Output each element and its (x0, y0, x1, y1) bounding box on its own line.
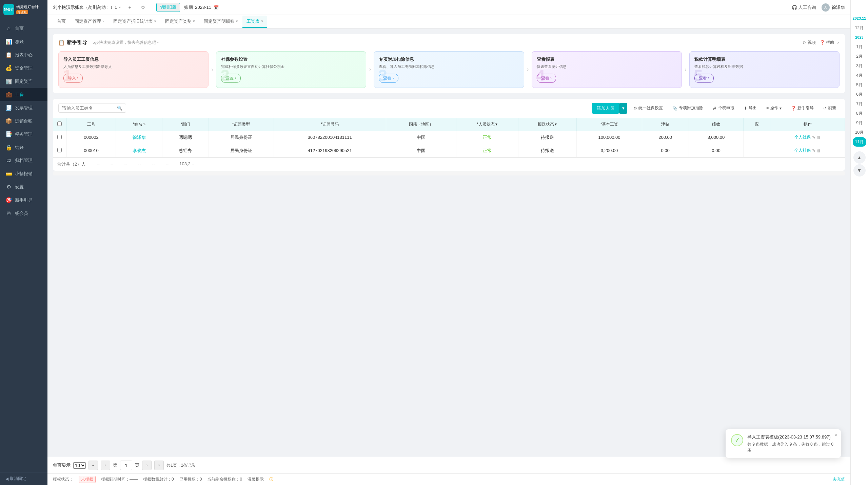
close-fixed-assets-tab[interactable]: × (102, 19, 104, 23)
performance-2: 0.00 (689, 144, 743, 157)
tab-home[interactable]: 首页 (53, 16, 70, 28)
delete-icon-2[interactable]: 🗑 (817, 148, 821, 153)
edit-icon-1[interactable]: ✎ (812, 135, 815, 140)
step-arrow-3: › (524, 66, 532, 73)
account-selector[interactable]: 刘小艳演示账套（勿删勿动！）1 ▾ (53, 4, 121, 11)
tab-depreciation[interactable]: 固定资产折旧统计表 × (109, 16, 160, 28)
sidebar-item-closing[interactable]: 🔒 结账 (0, 141, 47, 154)
month-btn-2[interactable]: 2月 (853, 52, 866, 61)
sidebar-item-general-ledger[interactable]: 📊 总账 (0, 35, 47, 48)
sidebar-item-reports[interactable]: 📋 报表中心 (0, 48, 47, 61)
sidebar-item-payroll[interactable]: 💼 工资 (0, 88, 47, 101)
newbie-guide-btn[interactable]: ❓ 新手引导 (788, 103, 817, 113)
step-title-2: 社保参数设置 (221, 56, 361, 62)
table-row: 000010 李俊杰 总经办 居民身份证 412702198206290521 … (53, 144, 845, 157)
status-filter-icon[interactable]: ▾ (495, 122, 497, 127)
month-btn-9[interactable]: 9月 (853, 118, 866, 128)
sidebar-item-funds[interactable]: 💰 资金管理 (0, 61, 47, 75)
sidebar-item-settings[interactable]: ⚙ 设置 (0, 180, 47, 193)
prev-page-btn[interactable]: ‹ (101, 461, 110, 470)
tab-fixed-assets[interactable]: 固定资产管理 × (71, 16, 108, 28)
guide-help-btn[interactable]: ❓ 帮助 (820, 40, 834, 45)
tab-asset-category[interactable]: 固定资产类别 × (161, 16, 199, 28)
used-label: 已用授权：0 (179, 477, 202, 482)
month-btn-5[interactable]: 5月 (853, 80, 866, 90)
allowance-1: 200.00 (642, 131, 689, 144)
month-btn-8[interactable]: 8月 (853, 109, 866, 118)
panel-up-btn[interactable]: ▲ (853, 151, 866, 164)
pagination-bar: 每页显示 10 20 50 « ‹ 第 页 › » 共1页，2条记录 (47, 457, 850, 473)
month-btn-6[interactable]: 6月 (853, 90, 866, 99)
cancel-fixed-btn[interactable]: ◀ 取消固定 (5, 476, 42, 482)
month-btn-10[interactable]: 10月 (853, 128, 866, 137)
month-btn-11[interactable]: 11月 (853, 137, 866, 147)
edit-icon-2[interactable]: ✎ (812, 148, 815, 153)
select-all-checkbox[interactable] (57, 122, 62, 126)
next-page-btn[interactable]: › (142, 461, 152, 470)
search-input[interactable] (62, 106, 115, 111)
month-btn-4[interactable]: 4月 (853, 71, 866, 80)
sidebar-item-newbie[interactable]: 🎯 新手引导 (0, 193, 47, 207)
user-info[interactable]: 人 徐泽华 (822, 3, 845, 12)
first-page-btn[interactable]: « (88, 461, 98, 470)
social-ins-link-2[interactable]: 个人社保 (794, 148, 811, 153)
sidebar-item-archive[interactable]: 🗂 归档管理 (0, 154, 47, 167)
close-payroll-tab[interactable]: × (261, 19, 263, 23)
export-btn[interactable]: ⬇ 导出 (741, 103, 760, 113)
tab-payroll[interactable]: 工资表 × (242, 16, 267, 28)
tab-asset-ledger[interactable]: 固定资产明细账 × (200, 16, 242, 28)
panel-down-btn[interactable]: ▼ (853, 164, 866, 176)
calendar-icon[interactable]: 📅 (213, 5, 219, 10)
sidebar-item-tax[interactable]: 📑 税务管理 (0, 128, 47, 141)
guide-close-btn[interactable]: × (837, 40, 840, 45)
row-1-checkbox[interactable] (57, 135, 62, 139)
special-deduction-btn[interactable]: 📎 专项附加扣除 (669, 103, 707, 113)
page-input[interactable] (120, 461, 132, 470)
step-number-1: 1 (63, 66, 72, 85)
close-ledger-tab[interactable]: × (236, 19, 238, 23)
guide-video-btn[interactable]: ▷ 视频 (803, 40, 816, 45)
sidebar-item-fixed-assets[interactable]: 🏢 固定资产 (0, 75, 47, 88)
add-person-dropdown-btn[interactable]: ▾ (619, 103, 627, 114)
add-person-btn[interactable]: 添加人员 (592, 103, 619, 114)
month-btn-12[interactable]: 12月 (853, 23, 866, 33)
sidebar-item-expense[interactable]: 💳 小畅报销 (0, 167, 47, 180)
name-link-1[interactable]: 徐泽华 (133, 135, 146, 140)
header-name[interactable]: *姓名 ⇅ (116, 118, 162, 131)
sidebar-item-member[interactable]: ♾ 畅会员 (0, 207, 47, 220)
month-btn-1[interactable]: 1月 (853, 42, 866, 52)
close-category-tab[interactable]: × (193, 19, 195, 23)
operations-btn[interactable]: ≡ 操作 ▾ (763, 103, 785, 113)
social-ins-link-1[interactable]: 个人社保 (794, 134, 811, 140)
social-insurance-btn[interactable]: ⚙ 统一社保设置 (630, 103, 666, 113)
sidebar-item-invoices[interactable]: 🧾 发票管理 (0, 101, 47, 114)
ai-assistant-btn[interactable]: 🎧 人工咨询 (792, 4, 816, 11)
page-size-select[interactable]: 10 20 50 (73, 462, 86, 469)
row-2-checkbox[interactable] (57, 148, 62, 152)
page-label-end: 页 (135, 462, 139, 468)
settings-btn[interactable]: ⚙ (138, 3, 148, 12)
name-sort-icon[interactable]: ⇅ (143, 123, 146, 126)
close-depreciation-tab[interactable]: × (154, 19, 156, 23)
header-status[interactable]: *人员状态 ▾ (456, 118, 518, 131)
step-card-1: 导入员工工资信息 人员信息及工资数据新增导入 导入 › 1 (58, 51, 209, 88)
toast-close-btn[interactable]: × (835, 432, 837, 437)
horizontal-scrollbar[interactable] (53, 171, 845, 175)
add-account-btn[interactable]: ＋ (125, 3, 134, 12)
old-version-btn[interactable]: 切到旧版 (156, 3, 180, 12)
refresh-btn[interactable]: ↺ 刷新 (820, 103, 840, 113)
step-number-2: 2 (220, 66, 230, 85)
guide-controls: ▷ 视频 ❓ 帮助 (803, 40, 834, 45)
report-status-filter-icon[interactable]: ▾ (555, 122, 557, 127)
sidebar-item-home[interactable]: ⌂ 首页 (0, 22, 47, 35)
app-title: 畅捷通好会计 (16, 4, 39, 9)
name-link-2[interactable]: 李俊杰 (133, 148, 146, 153)
tax-report-btn[interactable]: 🖨 个税申报 (709, 103, 738, 113)
activate-btn[interactable]: 去充值 (833, 477, 845, 482)
month-btn-7[interactable]: 7月 (853, 99, 866, 109)
month-btn-3[interactable]: 3月 (853, 61, 866, 71)
header-report-status[interactable]: 报送状态 ▾ (518, 118, 577, 131)
delete-icon-1[interactable]: 🗑 (817, 135, 821, 140)
sidebar-item-inventory[interactable]: 📦 进销台账 (0, 114, 47, 128)
last-page-btn[interactable]: » (154, 461, 164, 470)
